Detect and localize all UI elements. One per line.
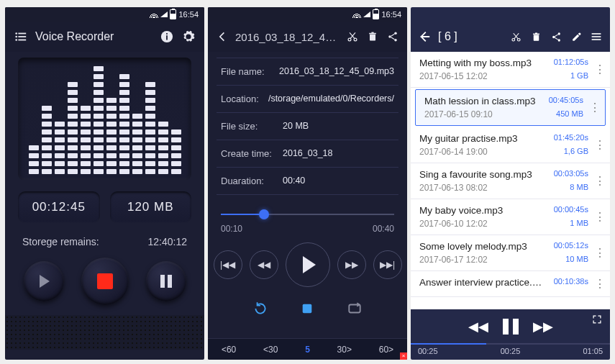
mini-forward-icon[interactable]: ▶▶ [536,319,550,334]
pause-button[interactable] [146,261,186,301]
svg-rect-27 [592,33,601,35]
loop-icon[interactable] [345,299,365,319]
trash-icon[interactable] [529,29,542,44]
row-size: 1 MB [554,219,588,229]
list-icon[interactable] [14,29,28,44]
storage-remains-label: Storege remains: [22,236,99,247]
row-duration: 00:45:05s [549,96,583,106]
skip-forward-icon[interactable]: ▶▶| [373,250,402,279]
back-icon[interactable] [215,29,229,44]
row-menu-icon[interactable]: ⋮ [594,58,604,81]
skip-back-icon[interactable]: |◀◀ [214,250,242,279]
gear-icon[interactable] [181,29,196,44]
close-ad-icon[interactable]: × [400,352,407,360]
svg-rect-7 [166,35,168,40]
svg-point-2 [15,36,17,38]
row-date: 2017-06-14 19:00 [419,147,548,157]
share-icon[interactable] [386,29,400,44]
recording-row[interactable]: Sing a favourite song.mp300:03:05s⋮2017-… [411,163,610,199]
mini-time-a: 00:25 [418,347,438,355]
mini-pause-icon[interactable] [503,319,519,335]
stop-icon[interactable] [297,299,317,319]
recording-row[interactable]: Math lession in class.mp300:45:05s⋮2017-… [415,89,606,126]
seek-back-30[interactable]: <30 [263,345,278,355]
edit-icon[interactable] [570,29,583,44]
menu-icon[interactable] [590,29,603,44]
row-size: 1 GB [554,71,588,81]
row-size: 10 MB [554,255,588,265]
row-date: 2017-06-10 12:02 [419,219,548,229]
status-bar: 16:54 [5,7,204,22]
svg-rect-1 [18,33,26,35]
battery-icon [373,9,379,19]
forward-icon[interactable]: ▶▶ [337,250,366,279]
cut-icon[interactable] [345,29,360,44]
detail-key: Location: [221,94,268,104]
rewind-icon[interactable]: ◀◀ [250,250,278,279]
wifi-icon [352,12,361,18]
svg-rect-17 [303,304,312,314]
svg-rect-13 [371,32,373,34]
seek-slider[interactable] [221,208,394,221]
clock: 16:54 [178,10,199,19]
detail-key: Duaration: [221,176,283,186]
row-duration: 01:45:20s [554,133,588,144]
seek-back-60[interactable]: <60 [222,345,236,355]
recording-row[interactable]: My baby voice.mp300:00:45s⋮2017-06-10 12… [411,199,610,235]
library-topbar: [ 6 ] [411,22,610,52]
seek-step[interactable]: 5 [305,345,310,355]
trash-icon[interactable] [365,29,380,44]
row-title: Answer interview practice.mp3 [419,277,548,288]
wifi-icon [150,12,158,18]
record-count: [ 6 ] [438,30,502,43]
expand-icon[interactable] [590,312,604,327]
player-screen: 16:54 2016_03_18_12_45_... File name:201… [208,7,407,360]
svg-rect-3 [18,36,26,37]
recording-row[interactable]: Answer interview practice.mp300:10:38s⋮ [411,271,610,297]
row-title: Math lession in class.mp3 [424,96,543,106]
row-duration: 00:10:38s [554,277,588,288]
back-icon[interactable] [418,29,431,44]
row-title: Some lovely melody.mp3 [419,241,548,252]
mini-rewind-icon[interactable]: ◀◀ [471,319,486,334]
row-menu-icon[interactable]: ⋮ [594,277,604,291]
mini-time-b: 00:25 [501,347,521,355]
player-topbar: 2016_03_18_12_45_... [208,22,407,52]
row-menu-icon[interactable]: ⋮ [594,241,604,265]
record-button[interactable] [81,258,129,305]
recording-row[interactable]: Some lovely melody.mp300:05:12s⋮2017-06-… [411,235,610,271]
svg-rect-21 [533,35,539,40]
current-filename: 2016_03_18_12_45_... [235,31,340,43]
time-current: 00:10 [221,224,242,234]
replay-icon[interactable] [250,299,270,319]
seek-fwd-30[interactable]: 30> [337,345,352,355]
recording-list[interactable]: Metting with my boss.mp301:12:05s⋮2017-0… [411,52,610,309]
play-icon[interactable] [286,242,330,287]
mini-time-total: 01:05 [583,347,603,355]
play-button[interactable] [24,261,64,301]
svg-point-20 [517,38,520,41]
row-title: My baby voice.mp3 [419,205,548,216]
seek-increments: <60 <30 5 30> 60> [208,338,407,360]
cut-icon[interactable] [509,29,522,44]
svg-rect-29 [592,39,601,40]
row-title: My guitar practise.mp3 [419,133,548,144]
recording-row[interactable]: My guitar practise.mp301:45:20s⋮2017-06-… [411,127,610,163]
detail-value: /storage/emulated/0/Recorders/ [268,94,394,104]
svg-point-26 [557,39,560,41]
svg-rect-5 [18,40,26,41]
detail-key: Create time: [221,148,283,159]
share-icon[interactable] [550,29,562,44]
svg-rect-11 [370,35,375,41]
svg-rect-8 [166,33,168,35]
status-bar [411,7,610,22]
info-icon[interactable] [160,29,174,44]
row-menu-icon[interactable]: ⋮ [594,205,604,229]
recording-row[interactable]: Metting with my boss.mp301:12:05s⋮2017-0… [411,52,610,88]
row-menu-icon[interactable]: ⋮ [594,169,604,193]
seek-fwd-60[interactable]: 60> [379,345,393,355]
row-size: 450 MB [549,109,583,119]
row-menu-icon[interactable]: ⋮ [594,133,604,157]
row-menu-icon[interactable]: ⋮ [589,96,599,119]
time-total: 00:40 [373,224,394,234]
